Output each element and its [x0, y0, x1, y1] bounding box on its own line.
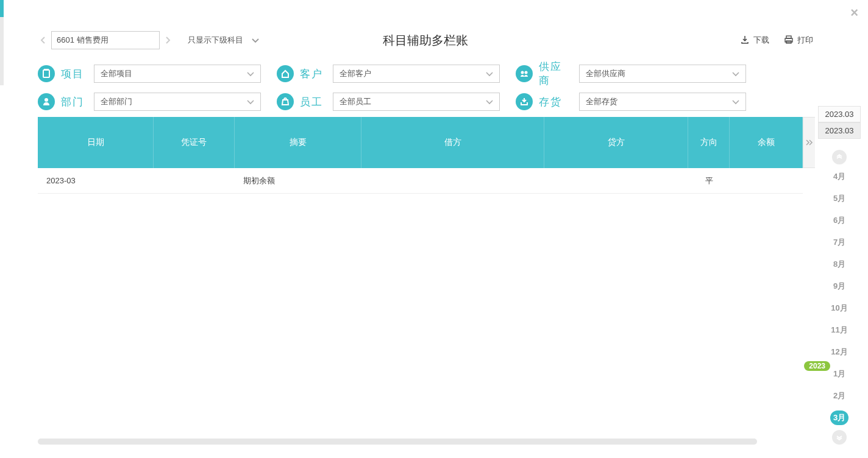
filter-stock-select[interactable]: 全部存货	[579, 93, 746, 111]
cell-voucher	[154, 168, 235, 193]
col-header-debit: 借方	[361, 117, 544, 168]
col-header-date: 日期	[38, 117, 154, 168]
month-item[interactable]: 8月	[830, 257, 848, 272]
filter-vendor-select[interactable]: 全部供应商	[579, 65, 746, 83]
stock-icon	[516, 93, 533, 110]
level-select-label: 只显示下级科目	[188, 35, 243, 46]
date-chip[interactable]: 2023.03	[818, 122, 861, 139]
filter-vendor-value: 全部供应商	[586, 68, 625, 79]
print-button[interactable]: 打印	[784, 35, 813, 46]
filter-department-select[interactable]: 全部部门	[94, 93, 261, 111]
left-app-strip	[0, 0, 4, 85]
month-item[interactable]: 12月	[830, 345, 848, 359]
chevron-down-icon	[486, 69, 493, 79]
chevron-down-icon	[732, 97, 739, 107]
filter-customer-select[interactable]: 全部客户	[333, 65, 500, 83]
date-range-chips: 2023.032023.03	[818, 106, 861, 139]
filter-employee-label: 员工	[300, 95, 327, 109]
svg-point-5	[525, 71, 528, 74]
month-item[interactable]: 5月	[830, 191, 848, 206]
subject-code-text: 6601 销售费用	[57, 35, 108, 46]
filter-department: 部门 全部部门	[38, 93, 261, 111]
cell-direction: 平	[688, 168, 730, 193]
cell-summary: 期初余额	[235, 168, 361, 193]
month-item[interactable]: 2月	[830, 389, 848, 403]
month-item[interactable]: 3月	[830, 410, 848, 425]
vendor-icon	[516, 65, 533, 82]
col-header-summary: 摘要	[235, 117, 361, 168]
filter-project: 项目 全部项目	[38, 65, 261, 83]
scroll-up-button[interactable]	[832, 150, 847, 164]
col-header-credit: 贷方	[544, 117, 688, 168]
chevron-down-icon	[252, 36, 259, 45]
download-label: 下载	[753, 35, 769, 46]
customer-icon	[277, 65, 294, 82]
cell-credit	[544, 168, 688, 193]
topbar: 6601 销售费用 只显示下级科目 科目辅助多栏账 下载 打印	[38, 29, 813, 51]
level-select[interactable]: 只显示下级科目	[188, 35, 259, 46]
svg-rect-3	[43, 70, 49, 77]
table-body: 2023-03期初余额平	[38, 168, 803, 194]
filter-stock: 存货 全部存货	[516, 93, 746, 111]
scrollbar-thumb[interactable]	[38, 439, 757, 445]
filter-employee-value: 全部员工	[340, 96, 371, 107]
month-item[interactable]: 1月	[830, 367, 848, 381]
chevron-down-icon	[732, 69, 739, 79]
month-item[interactable]: 4月	[830, 169, 848, 184]
filter-project-value: 全部项目	[101, 68, 132, 79]
month-list: 4月5月6月7月8月9月10月11月12月1月2月3月	[830, 169, 848, 425]
table-header: 日期 凭证号 摘要 借方 贷方 方向 余额	[38, 117, 803, 168]
month-item[interactable]: 7月	[830, 235, 848, 250]
filter-row-1: 项目 全部项目 客户 全部客户 供应商 全部供应商	[38, 60, 813, 88]
expand-columns-button[interactable]	[803, 117, 815, 168]
scroll-down-button[interactable]	[832, 430, 847, 445]
horizontal-scrollbar[interactable]	[38, 439, 803, 445]
filter-department-label: 部门	[61, 95, 88, 109]
svg-point-6	[44, 98, 48, 102]
prev-subject-arrow[interactable]	[38, 35, 49, 46]
period-panel: 2023.032023.03 4月5月6月7月8月9月10月11月12月1月2月…	[818, 106, 861, 445]
subject-selector[interactable]: 6601 销售费用	[51, 31, 160, 49]
svg-point-4	[521, 71, 524, 74]
year-badge: 2023	[804, 361, 830, 371]
filter-row-2: 部门 全部部门 员工 全部员工 存货 全部存货	[38, 93, 813, 111]
project-icon	[38, 65, 55, 82]
chevron-down-icon	[247, 69, 254, 79]
month-item[interactable]: 9月	[830, 279, 848, 294]
month-item[interactable]: 6月	[830, 213, 848, 228]
col-header-voucher: 凭证号	[154, 117, 235, 168]
table-row[interactable]: 2023-03期初余额平	[38, 168, 803, 194]
filter-customer: 客户 全部客户	[277, 65, 500, 83]
filter-area: 项目 全部项目 客户 全部客户 供应商 全部供应商	[38, 60, 813, 111]
next-subject-arrow[interactable]	[162, 35, 173, 46]
col-header-direction: 方向	[688, 117, 730, 168]
action-buttons: 下载 打印	[740, 35, 813, 46]
filter-project-select[interactable]: 全部项目	[94, 65, 261, 83]
employee-icon	[277, 93, 294, 110]
date-chip[interactable]: 2023.03	[818, 106, 861, 122]
col-header-balance: 余额	[730, 117, 803, 168]
department-icon	[38, 93, 55, 110]
cell-debit	[361, 168, 544, 193]
main-content: 6601 销售费用 只显示下级科目 科目辅助多栏账 下载 打印	[38, 29, 813, 458]
download-button[interactable]: 下载	[740, 35, 769, 46]
close-button[interactable]: ×	[850, 5, 858, 21]
filter-stock-value: 全部存货	[586, 96, 617, 107]
chevron-down-icon	[486, 97, 493, 107]
cell-balance	[730, 168, 803, 193]
month-item[interactable]: 11月	[830, 323, 848, 337]
chevron-down-icon	[247, 97, 254, 107]
filter-customer-label: 客户	[300, 67, 327, 81]
filter-employee: 员工 全部员工	[277, 93, 500, 111]
filter-customer-value: 全部客户	[340, 68, 371, 79]
print-label: 打印	[797, 35, 813, 46]
filter-project-label: 项目	[61, 67, 88, 81]
filter-department-value: 全部部门	[101, 96, 132, 107]
print-icon	[784, 35, 794, 46]
filter-employee-select[interactable]: 全部员工	[333, 93, 500, 111]
filter-stock-label: 存货	[539, 95, 573, 109]
ledger-table: 日期 凭证号 摘要 借方 贷方 方向 余额 2023-03期初余额平	[38, 117, 803, 194]
page-title: 科目辅助多栏账	[383, 32, 468, 49]
filter-vendor: 供应商 全部供应商	[516, 60, 746, 88]
month-item[interactable]: 10月	[830, 301, 848, 315]
